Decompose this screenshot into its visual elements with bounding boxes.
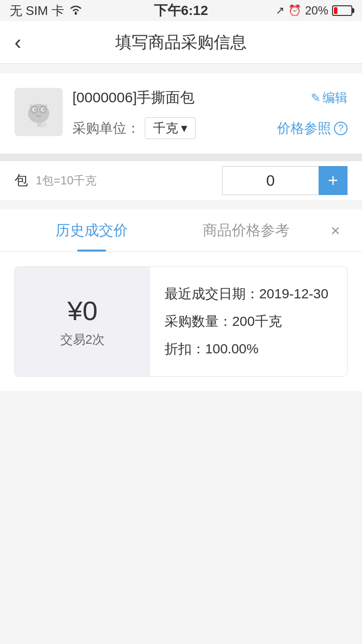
status-time: 下午6:12 <box>154 1 208 20</box>
price-card-right: 最近成交日期：2019-12-30 采购数量：200千克 折扣：100.00% <box>150 267 347 376</box>
carrier-label: 无 SIM 卡 <box>10 2 64 19</box>
price-detail-date: 最近成交日期：2019-12-30 <box>165 284 333 303</box>
quantity-plus-button[interactable]: + <box>319 166 348 195</box>
back-button[interactable]: ‹ <box>14 31 21 54</box>
price-detail-qty: 采购数量：200千克 <box>165 312 333 331</box>
location-icon: ↗ <box>276 4 284 17</box>
edit-button[interactable]: ✎ 编辑 <box>311 89 348 106</box>
product-logo-icon: 鲸计 <box>22 95 56 129</box>
product-info: [0000006]手撕面包 ✎ 编辑 采购单位： 千克 ▾ 价格参照 ? <box>72 88 348 139</box>
tab-close-button[interactable]: × <box>323 219 348 243</box>
price-detail-discount: 折扣：100.00% <box>165 339 333 358</box>
unit-label: 采购单位： 千克 ▾ <box>72 117 195 139</box>
price-card-left: ¥0 交易2次 <box>15 267 150 376</box>
section-divider <box>0 154 362 161</box>
battery-pct: 20% <box>305 4 328 17</box>
product-card: 鲸计 [0000006]手撕面包 ✎ 编辑 采购单位： 千克 ▾ 价格参照 ? <box>0 73 362 154</box>
product-name: [0000006]手撕面包 <box>72 88 195 108</box>
quantity-input[interactable] <box>222 166 319 195</box>
svg-point-0 <box>74 12 77 14</box>
quantity-label: 包 1包=10千克 <box>14 171 97 190</box>
dropdown-arrow-icon: ▾ <box>181 121 187 136</box>
tab-product-price-ref[interactable]: 商品价格参考 <box>169 210 323 252</box>
tab-history-price[interactable]: 历史成交价 <box>14 210 169 252</box>
unit-select[interactable]: 千克 ▾ <box>145 117 195 139</box>
price-card: ¥0 交易2次 最近成交日期：2019-12-30 采购数量：200千克 折扣：… <box>14 266 348 377</box>
tabs-header: 历史成交价 商品价格参考 × <box>0 210 362 252</box>
page-title: 填写商品采购信息 <box>115 31 247 54</box>
main-content-area <box>0 391 362 644</box>
quantity-controls: + <box>222 166 348 195</box>
price-reference-button[interactable]: 价格参照 ? <box>277 119 348 138</box>
svg-point-6 <box>34 109 36 111</box>
svg-text:鲸计: 鲸计 <box>37 122 47 127</box>
status-right: ↗ ⏰ 20% <box>276 4 352 17</box>
wifi-icon <box>69 3 83 18</box>
price-cards-area: ¥0 交易2次 最近成交日期：2019-12-30 采购数量：200千克 折扣：… <box>0 252 362 391</box>
help-icon: ? <box>334 122 348 135</box>
package-label: 包 <box>14 171 28 190</box>
status-left: 无 SIM 卡 <box>10 2 83 19</box>
nav-bar: ‹ 填写商品采购信息 <box>0 21 362 64</box>
package-conversion: 1包=10千克 <box>36 173 97 188</box>
alarm-icon: ⏰ <box>288 4 301 17</box>
tabs-section: 历史成交价 商品价格参考 × ¥0 交易2次 最近成交日期：2019-12-30… <box>0 210 362 391</box>
price-amount: ¥0 <box>68 295 97 326</box>
product-thumbnail: 鲸计 <box>14 88 63 136</box>
quantity-row: 包 1包=10千克 + <box>0 161 362 200</box>
svg-point-7 <box>42 109 44 111</box>
edit-icon: ✎ <box>311 91 320 105</box>
battery-indicator <box>332 5 352 16</box>
status-bar: 无 SIM 卡 下午6:12 ↗ ⏰ 20% <box>0 0 362 21</box>
price-transactions: 交易2次 <box>60 331 105 348</box>
